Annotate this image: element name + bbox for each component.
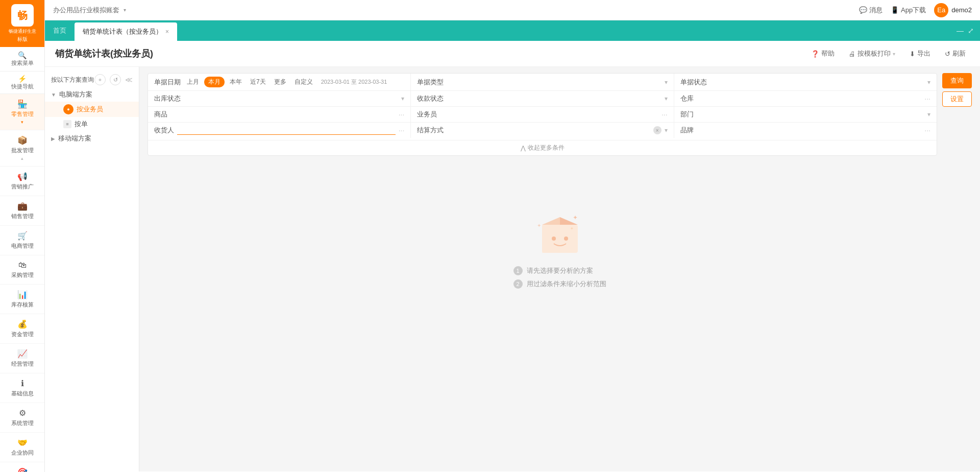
out-status-dropdown-icon[interactable]: ▾ xyxy=(401,95,404,102)
receipt-status-label: 收款状态 xyxy=(417,94,444,103)
empty-step-2: 2 用过滤条件来缩小分析范围 xyxy=(513,279,606,289)
this-month-btn[interactable]: 本月 xyxy=(204,77,225,87)
filter-query-row: 单据日期 上月 本月 本年 近7天 更多 自定义 xyxy=(148,73,972,156)
sidebar-item-system[interactable]: ⚙ 系统管理 xyxy=(0,403,44,433)
breadcrumb-dropdown-icon[interactable]: ▾ xyxy=(124,7,126,13)
help-icon: ❓ xyxy=(811,50,819,58)
svg-point-5 xyxy=(564,237,568,241)
svg-point-4 xyxy=(552,237,556,241)
receiver-input[interactable] xyxy=(177,126,396,135)
user-area[interactable]: Ea demo2 xyxy=(934,3,972,17)
sidebar-item-basic-info[interactable]: ℹ 基础信息 xyxy=(0,373,44,403)
sidebar-item-guide[interactable]: 🎯 新手引导 xyxy=(0,462,44,472)
payment-label: 结算方式 xyxy=(417,126,444,135)
receipt-status-dropdown-icon[interactable]: ▾ xyxy=(665,95,668,102)
custom-btn[interactable]: 自定义 xyxy=(291,77,316,87)
sidebar-item-ecommerce[interactable]: 🛒 电商管理 xyxy=(0,226,44,255)
filter-receipt-status: 收款状态 ▾ xyxy=(411,91,674,106)
sidebar-item-operations[interactable]: 📈 经营管理 xyxy=(0,344,44,373)
add-scheme-btn[interactable]: + xyxy=(94,74,106,85)
refresh-scheme-btn[interactable]: ↺ xyxy=(110,74,121,85)
filter-row-1: 单据日期 上月 本月 本年 近7天 更多 自定义 xyxy=(148,74,937,91)
brand-dots-icon[interactable]: ··· xyxy=(924,126,930,134)
filter-department: 部门 ▾ xyxy=(674,107,937,122)
tree-item-by-salesperson[interactable]: ● 按业务员 xyxy=(45,102,139,117)
filter-doc-type: 单据类型 ▾ xyxy=(411,74,674,90)
tab-minimize-icon[interactable]: — xyxy=(957,27,964,35)
department-dropdown-icon[interactable]: ▾ xyxy=(927,111,930,118)
message-icon: 💬 xyxy=(859,6,867,14)
query-btn[interactable]: 查询 xyxy=(942,73,972,88)
last-month-btn[interactable]: 上月 xyxy=(184,77,202,87)
app-download-btn[interactable]: 📱 App下载 xyxy=(891,6,926,15)
sidebar-item-finance[interactable]: 💰 资金管理 xyxy=(0,314,44,344)
search-menu-btn[interactable]: 🔍 搜索菜单 xyxy=(0,47,44,72)
warehouse-dots-icon[interactable]: ··· xyxy=(924,95,930,103)
tree-pc-section[interactable]: ▼ 电脑端方案 xyxy=(45,87,139,102)
sidebar-item-retail[interactable]: 🏪 零售管理 ▾ xyxy=(0,94,44,130)
tab-home[interactable]: 首页 xyxy=(45,20,75,41)
settings-btn[interactable]: 设置 xyxy=(942,91,972,107)
scheme-icon: ≡ xyxy=(63,120,71,128)
salesperson-dots-icon[interactable]: ··· xyxy=(662,110,668,119)
filter-salesperson: 业务员 ··· xyxy=(411,107,674,122)
page-actions: ❓ 帮助 🖨 按模板打印 ▾ ⬇ 导出 ↺ 刷新 xyxy=(807,47,970,60)
help-btn[interactable]: ❓ 帮助 xyxy=(807,47,839,60)
page-title: 销货单统计表(按业务员) xyxy=(55,48,153,60)
sidebar-item-purchase[interactable]: 🛍 采购管理 xyxy=(0,255,44,285)
print-btn[interactable]: 🖨 按模板打印 ▾ xyxy=(845,47,899,60)
tab-maximize-icon[interactable]: ⤢ xyxy=(968,27,974,35)
filter-area: 单据日期 上月 本月 本年 近7天 更多 自定义 xyxy=(148,73,937,156)
sidebar-item-sales[interactable]: 💼 销售管理 xyxy=(0,196,44,226)
tree-right-arrow: ▶ xyxy=(51,136,55,141)
body-layout: 按以下方案查询 + ↺ ≪ ▼ xyxy=(45,67,980,471)
sidebar-item-wholesale[interactable]: 📦 批发管理 ▴ xyxy=(0,130,44,167)
salesperson-label: 业务员 xyxy=(417,110,437,119)
logo-area: 畅 畅捷通好生意 标版 xyxy=(0,0,44,47)
svg-text:✦: ✦ xyxy=(570,226,574,231)
doc-status-dropdown-icon[interactable]: ▾ xyxy=(927,79,930,86)
version-label: 标版 xyxy=(17,36,28,43)
svg-rect-3 xyxy=(542,225,560,253)
tab-sales-stats[interactable]: 销货单统计表（按业务员） × xyxy=(75,22,177,41)
product-label: 商品 xyxy=(154,110,167,119)
sales-icon: 💼 xyxy=(17,201,28,211)
sidebar-item-marketing[interactable]: 📢 营销推广 xyxy=(0,167,44,196)
print-dropdown-icon[interactable]: ▾ xyxy=(893,51,895,57)
recent7-btn[interactable]: 近7天 xyxy=(247,77,269,87)
payment-dropdown-icon[interactable]: ▾ xyxy=(665,127,668,134)
export-btn[interactable]: ⬇ 导出 xyxy=(905,47,935,60)
more-btn[interactable]: 更多 xyxy=(271,77,289,87)
tree-mobile-section[interactable]: ▶ 移动端方案 xyxy=(45,131,139,146)
collapse-up-icon: ⋀ xyxy=(521,145,526,152)
empty-icon: ✦ ✦ ✦ xyxy=(532,202,588,258)
payment-clear-icon[interactable]: × xyxy=(653,126,662,134)
user-name: demo2 xyxy=(951,6,972,14)
product-dots-icon[interactable]: ··· xyxy=(399,110,405,119)
page-container: 销货单统计表(按业务员) ❓ 帮助 🖨 按模板打印 ▾ ⬇ 导出 xyxy=(45,41,980,472)
export-icon: ⬇ xyxy=(910,50,915,58)
sidebar-item-inventory[interactable]: 📊 库存核算 xyxy=(0,285,44,314)
tree-item-by-order[interactable]: ≡ 按单 xyxy=(45,117,139,131)
header-right: 💬 消息 📱 App下载 Ea demo2 xyxy=(859,3,972,17)
collapse-row: ⋀ 收起更多条件 xyxy=(148,140,937,155)
tab-close-icon[interactable]: × xyxy=(165,28,169,35)
filter-row-3: 商品 ··· 业务员 ··· 部门 xyxy=(148,107,937,123)
filter-row-2: 出库状态 ▾ 收款状态 ▾ 仓库 xyxy=(148,91,937,107)
refresh-btn[interactable]: ↺ 刷新 xyxy=(941,47,970,60)
collapse-more-btn[interactable]: ⋀ 收起更多条件 xyxy=(521,144,565,152)
left-panel-icons: + ↺ ≪ xyxy=(94,74,133,85)
quick-nav-btn[interactable]: ⚡ 快捷导航 xyxy=(0,72,44,94)
logo-text: 畅捷通好生意 xyxy=(9,29,36,35)
basic-info-icon: ℹ xyxy=(21,379,24,388)
main-area: 办公用品行业模拟账套 ▾ 💬 消息 📱 App下载 Ea demo2 首页 xyxy=(45,0,980,472)
collapse-panel-icon[interactable]: ≪ xyxy=(125,76,133,84)
filter-doc-status: 单据状态 ▾ xyxy=(674,74,937,90)
breadcrumb-area: 办公用品行业模拟账套 ▾ xyxy=(53,6,126,15)
sidebar-item-collab[interactable]: 🤝 企业协同 xyxy=(0,433,44,462)
filter-warehouse: 仓库 ··· xyxy=(674,91,937,106)
receiver-dots-icon[interactable]: ··· xyxy=(399,126,405,134)
this-year-btn[interactable]: 本年 xyxy=(227,77,245,87)
doc-type-dropdown-icon[interactable]: ▾ xyxy=(665,79,668,86)
message-btn[interactable]: 💬 消息 xyxy=(859,6,883,15)
